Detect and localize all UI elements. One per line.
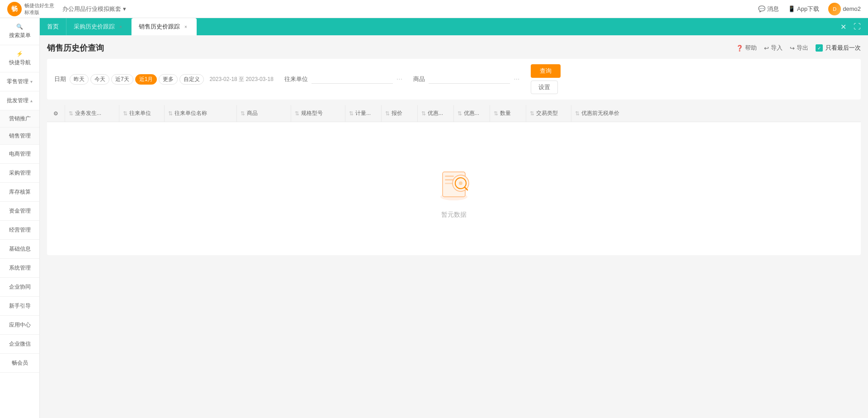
tab-close-sales[interactable]: × [183, 24, 189, 30]
sidebar-item-enterprise[interactable]: 企业协同 [0, 278, 39, 297]
export-icon: ↪ [790, 45, 795, 52]
date-range-text: 2023-02-18 至 2023-03-18 [209, 76, 273, 83]
sidebar-item-basic-info[interactable]: 基础信息 [0, 240, 39, 259]
sidebar-item-purchase[interactable]: 采购管理 [0, 164, 39, 183]
logo-text: 畅捷信好生意 标准版 [24, 2, 54, 15]
sidebar-item-sales-mgmt[interactable]: 销售管理 [0, 128, 39, 145]
th-partner-code[interactable]: ⇅ 往来单位 [119, 105, 165, 122]
checkbox-icon: ✓ [816, 44, 823, 52]
chevron-down-icon: ▾ [30, 79, 33, 84]
th-partner-name[interactable]: ⇅ 往来单位名称 [165, 105, 237, 122]
settings-button[interactable]: 设置 [531, 81, 558, 94]
th-pre-tax-price[interactable]: ⇅ 优惠前无税单价 [571, 105, 653, 122]
sidebar-item-finance[interactable]: 资金管理 [0, 202, 39, 221]
filter-buttons: 查询 设置 [531, 64, 561, 94]
page-actions: ❓ 帮助 ↩ 导入 ↪ 导出 ✓ 只看最后一次 [736, 44, 861, 52]
tab-bar-actions: ✕ ⛶ [839, 21, 868, 33]
date-btn-more[interactable]: 更多 [159, 74, 178, 85]
date-btn-yesterday[interactable]: 昨天 [70, 74, 89, 85]
th-discount2[interactable]: ⇅ 优惠... [454, 105, 490, 122]
svg-point-8 [459, 181, 462, 185]
sidebar-item-inventory[interactable]: 库存核算 [0, 183, 39, 202]
date-btn-7days[interactable]: 近7天 [111, 74, 133, 85]
th-quote[interactable]: ⇅ 报价 [382, 105, 418, 122]
th-transaction-type[interactable]: ⇅ 交易类型 [526, 105, 571, 122]
th-quantity[interactable]: ⇅ 数量 [490, 105, 526, 122]
message-button[interactable]: 💬 消息 [758, 5, 779, 13]
goods-label: 商品 [413, 75, 425, 83]
tab-sales-history[interactable]: 销售历史价跟踪 × [132, 18, 197, 35]
tab-close-all-button[interactable]: ✕ [839, 21, 848, 33]
date-btn-today[interactable]: 今天 [90, 74, 109, 85]
sort-icon: ⇅ [575, 110, 580, 117]
sidebar-item-app-center[interactable]: 应用中心 [0, 316, 39, 335]
sidebar-item-wholesale[interactable]: 批发管理 ▴ [0, 91, 39, 110]
help-button[interactable]: ❓ 帮助 [736, 44, 757, 52]
message-icon: 💬 [758, 5, 765, 12]
app-download-button[interactable]: 📱 App下载 [788, 5, 819, 13]
sidebar-item-operations[interactable]: 经营管理 [0, 221, 39, 240]
sidebar-item-search-menu[interactable]: 🔍 搜索菜单 [0, 18, 39, 45]
chevron-down-icon: ▾ [123, 5, 126, 12]
sidebar-item-guide[interactable]: 新手引导 [0, 297, 39, 316]
th-gear[interactable]: ⚙ [47, 105, 65, 122]
app-selector[interactable]: 办公用品行业模拟账套 ▾ [59, 3, 130, 15]
th-goods[interactable]: ⇅ 商品 [237, 105, 291, 122]
table-container: ⚙ ⇅ 业务发生... ⇅ 往来单位 ⇅ 往来单位名称 [47, 105, 861, 255]
partner-input[interactable] [311, 75, 393, 84]
date-btn-custom[interactable]: 自定义 [179, 74, 204, 85]
help-icon: ❓ [736, 45, 743, 52]
sort-icon: ⇅ [69, 110, 73, 117]
user-menu[interactable]: D demo2 [828, 3, 861, 15]
sidebar-item-retail[interactable]: 零售管理 ▾ [0, 72, 39, 91]
tab-maximize-button[interactable]: ⛶ [852, 21, 863, 33]
sort-icon: ⇅ [349, 110, 354, 117]
th-unit[interactable]: ⇅ 计量... [345, 105, 382, 122]
export-button[interactable]: ↪ 导出 [790, 44, 808, 52]
sidebar-item-quick-nav[interactable]: ⚡ 快捷导航 [0, 45, 39, 72]
sidebar-item-system[interactable]: 系统管理 [0, 259, 39, 278]
tab-close-purchase[interactable]: × [118, 24, 124, 30]
sidebar-item-member[interactable]: 畅会员 [0, 354, 39, 373]
page-content: 销售历史价查询 ❓ 帮助 ↩ 导入 ↪ 导出 ✓ [40, 35, 868, 418]
sidebar-item-marketing[interactable]: 营销推广 [0, 110, 39, 128]
content-area: 首页 采购历史价跟踪 × 销售历史价跟踪 × ✕ ⛶ 销售历史价查询 [40, 18, 868, 418]
empty-text: 暂元数据 [441, 211, 467, 219]
search-icon: 🔍 [16, 24, 23, 30]
empty-illustration [431, 158, 476, 204]
filter-row: 日期 昨天 今天 近7天 近1月 更多 自定义 2023-02-18 至 202… [47, 59, 861, 100]
th-discount1[interactable]: ⇅ 优惠... [418, 105, 454, 122]
download-icon: 📱 [788, 5, 795, 12]
date-filter-group: 日期 昨天 今天 近7天 近1月 更多 自定义 2023-02-18 至 202… [54, 74, 274, 85]
top-header: 畅 畅捷信好生意 标准版 办公用品行业模拟账套 ▾ 💬 消息 📱 App下载 D… [0, 0, 868, 18]
import-icon: ↩ [764, 45, 769, 52]
table-header: ⚙ ⇅ 业务发生... ⇅ 往来单位 ⇅ 往来单位名称 [47, 105, 861, 122]
tab-home[interactable]: 首页 [40, 18, 66, 35]
goods-picker-button[interactable]: ··· [514, 75, 519, 83]
only-last-checkbox[interactable]: ✓ 只看最后一次 [816, 44, 861, 52]
avatar: D [828, 3, 841, 15]
header-right: 💬 消息 📱 App下载 D demo2 [758, 3, 861, 15]
header-left: 畅 畅捷信好生意 标准版 办公用品行业模拟账套 ▾ [7, 2, 130, 16]
nav-icon: ⚡ [16, 51, 23, 57]
query-button[interactable]: 查询 [531, 64, 561, 78]
date-btn-1month[interactable]: 近1月 [135, 74, 157, 85]
sidebar-item-ecommerce[interactable]: 电商管理 [0, 145, 39, 164]
partner-picker-button[interactable]: ··· [396, 75, 402, 83]
th-business-date[interactable]: ⇅ 业务发生... [65, 105, 119, 122]
tab-purchase-history[interactable]: 采购历史价跟踪 × [66, 18, 132, 35]
partner-label: 往来单位 [284, 75, 308, 83]
th-spec[interactable]: ⇅ 规格型号 [291, 105, 345, 122]
goods-filter-group: 商品 ··· [413, 75, 519, 84]
svg-rect-2 [445, 176, 454, 177]
page-header: 销售历史价查询 ❓ 帮助 ↩ 导入 ↪ 导出 ✓ [47, 43, 861, 53]
import-button[interactable]: ↩ 导入 [764, 44, 783, 52]
sort-icon: ⇅ [385, 110, 390, 117]
sidebar-item-wechat[interactable]: 企业微信 [0, 335, 39, 354]
tab-bar: 首页 采购历史价跟踪 × 销售历史价跟踪 × ✕ ⛶ [40, 18, 868, 35]
sidebar: 🔍 搜索菜单 ⚡ 快捷导航 零售管理 ▾ 批发管理 ▴ 营销推广 销售管理 电商… [0, 18, 40, 418]
sort-icon: ⇅ [421, 110, 426, 117]
goods-input[interactable] [429, 75, 510, 84]
empty-state: 暂元数据 [47, 122, 861, 255]
sort-icon: ⇅ [458, 110, 462, 117]
